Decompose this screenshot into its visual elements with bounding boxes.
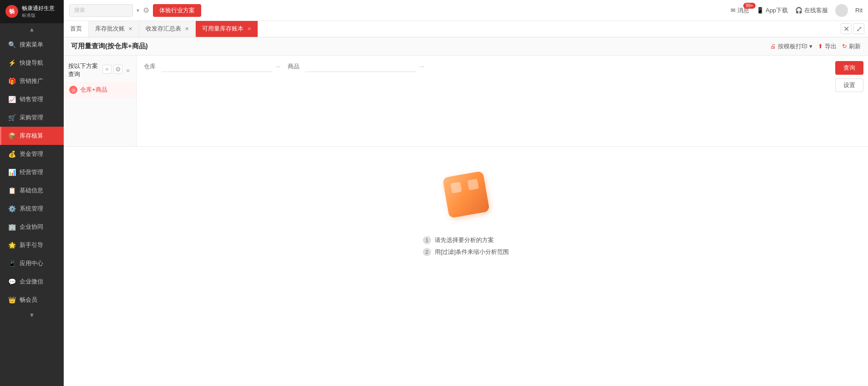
sidebar-item-wechat[interactable]: 💬 企业微信 (0, 273, 64, 291)
scheme-panel-label: 按以下方案查询 (68, 62, 102, 78)
newbie-icon: 🌟 (8, 241, 16, 249)
sidebar-header: 畅 畅康通好生意 标准版 (0, 0, 64, 23)
goods-input[interactable] (305, 61, 416, 72)
service-label: 在线客服 (804, 6, 828, 15)
sidebar-item-label: 销售管理 (20, 95, 43, 103)
sidebar-item-label: 企业微信 (20, 278, 43, 286)
tab-available[interactable]: 可用量库存账本 ✕ (196, 21, 258, 37)
brand-version: 标准版 (22, 12, 55, 19)
sidebar-item-label: 畅会员 (20, 296, 37, 304)
sidebar-item-label: 资金管理 (20, 150, 43, 158)
settings-button[interactable]: 设置 (835, 78, 863, 92)
sidebar-item-finance[interactable]: 💰 资金管理 (0, 145, 64, 163)
sidebar-item-label: 快捷导航 (20, 59, 43, 67)
topbar-chevron-icon[interactable]: ▾ (137, 7, 139, 14)
message-badge: 99+ (743, 3, 756, 9)
sidebar-item-purchase[interactable]: 🛒 采购管理 (0, 108, 64, 127)
add-scheme-button[interactable]: ＋ (102, 65, 112, 74)
message-button[interactable]: ✉ 消息 99+ (731, 6, 749, 15)
system-icon: ⚙️ (8, 205, 16, 213)
collapse-scheme-button[interactable]: « (124, 65, 132, 76)
refresh-icon: ↻ (842, 43, 847, 50)
batch-tab-label: 库存批次账 (95, 25, 125, 33)
sidebar-item-basic[interactable]: 📋 基础信息 (0, 181, 64, 200)
scheme-panel: 按以下方案查询 ＋ ⚙ « ◎ 仓库+商品 (64, 56, 137, 146)
sales-icon: 📈 (8, 95, 16, 103)
operations-icon: 📊 (8, 168, 16, 176)
tab-summary[interactable]: 收发存汇总表 ✕ (139, 21, 196, 37)
export-label: 导出 (825, 42, 837, 51)
sidebar-item-marketing[interactable]: 🎁 营销推广 (0, 72, 64, 90)
restore-tab-button[interactable]: ⤢ (853, 23, 864, 34)
close-tab-button[interactable]: ✕ (841, 23, 852, 34)
empty-illustration (439, 174, 493, 229)
print-chevron-icon[interactable]: ▾ (809, 43, 812, 50)
app-download-button[interactable]: 📱 App下载 (756, 6, 788, 15)
sidebar-item-inventory[interactable]: 📦 库存核算 (0, 127, 64, 145)
tab-batch[interactable]: 库存批次账 ✕ (89, 21, 139, 37)
sidebar-item-apps[interactable]: 📱 应用中心 (0, 254, 64, 273)
shortcut-icon: ⚡ (8, 59, 16, 67)
sidebar-item-operations[interactable]: 📊 经营管理 (0, 163, 64, 181)
hint-num-1: 1 (423, 236, 431, 244)
sidebar-item-shortcut[interactable]: ⚡ 快捷导航 (0, 54, 64, 72)
sidebar-item-sales[interactable]: 📈 销售管理 (0, 90, 64, 108)
print-label: 按模板打印 (778, 42, 807, 51)
hint-text-2: 用[过滤]条件来缩小分析范围 (435, 248, 509, 256)
sidebar-scroll: ▲ 🔍 搜索菜单 ⚡ 快捷导航 🎁 营销推广 📈 销售管理 🛒 采购管理 📦 库… (0, 23, 64, 386)
goods-label: 商品 (288, 62, 301, 71)
topbar: 搜索 ▾ ⚙ 体验行业方案 ✉ 消息 99+ 📱 App下载 🎧 在线客服 Ri… (64, 0, 868, 21)
sidebar-item-member[interactable]: 👑 畅会员 (0, 291, 64, 309)
scheme-item-label: 仓库+商品 (80, 86, 107, 94)
tab-home[interactable]: 首页 (64, 21, 89, 37)
empty-hints: 1 请先选择要分析的方案 2 用[过滤]条件来缩小分析范围 (423, 236, 509, 256)
scheme-item-warehouse-goods[interactable]: ◎ 仓库+商品 (64, 82, 136, 98)
sidebar-item-label: 应用中心 (20, 259, 43, 268)
phone-icon: 📱 (756, 7, 764, 14)
scheme-panel-header: 按以下方案查询 ＋ ⚙ « (64, 60, 136, 82)
export-button[interactable]: ⬆ 导出 (818, 42, 837, 51)
sidebar-item-label: 库存核算 (20, 132, 43, 140)
message-icon: ✉ (731, 7, 736, 14)
sidebar-item-label: 系统管理 (20, 205, 43, 213)
trial-button[interactable]: 体验行业方案 (153, 4, 201, 17)
inventory-icon: 📦 (8, 132, 16, 140)
empty-hint-2: 2 用[过滤]条件来缩小分析范围 (423, 248, 509, 256)
summary-tab-close[interactable]: ✕ (185, 26, 189, 32)
warehouse-input[interactable] (161, 61, 272, 72)
username-label[interactable]: Rit (855, 7, 863, 14)
manage-scheme-button[interactable]: ⚙ (113, 65, 122, 74)
goods-more-icon[interactable]: ··· (420, 63, 424, 70)
page-title: 可用量查询(按仓库+商品) (71, 42, 148, 51)
topbar-right: ✉ 消息 99+ 📱 App下载 🎧 在线客服 Rit (731, 4, 863, 17)
sidebar-item-search[interactable]: 🔍 搜索菜单 (0, 36, 64, 54)
search-icon: 🔍 (8, 41, 16, 49)
sidebar-item-label: 搜索菜单 (20, 41, 43, 49)
topbar-gear-icon[interactable]: ⚙ (143, 6, 149, 15)
hint-num-2: 2 (423, 248, 431, 256)
purchase-icon: 🛒 (8, 113, 16, 122)
print-button[interactable]: 🖨 按模板打印 ▾ (770, 42, 812, 51)
tabs-right-controls: ✕ ⤢ (837, 21, 868, 37)
enterprise-icon: 🏢 (8, 223, 16, 231)
sidebar-item-label: 采购管理 (20, 113, 43, 122)
query-area: 按以下方案查询 ＋ ⚙ « ◎ 仓库+商品 仓库 (64, 56, 868, 147)
marketing-icon: 🎁 (8, 77, 16, 85)
main-area: 搜索 ▾ ⚙ 体验行业方案 ✉ 消息 99+ 📱 App下载 🎧 在线客服 Ri… (64, 0, 868, 386)
sidebar-scroll-down[interactable]: ▼ (0, 309, 64, 321)
query-button[interactable]: 查询 (835, 61, 863, 75)
batch-tab-close[interactable]: ✕ (128, 26, 132, 32)
sidebar-scroll-up[interactable]: ▲ (0, 23, 64, 36)
online-service-button[interactable]: 🎧 在线客服 (795, 6, 828, 15)
sidebar-item-enterprise[interactable]: 🏢 企业协同 (0, 218, 64, 236)
filter-row-1: 仓库 ··· 商品 ··· (144, 61, 823, 72)
warehouse-more-icon[interactable]: ··· (276, 63, 280, 70)
empty-hint-1: 1 请先选择要分析的方案 (423, 236, 494, 244)
sidebar-item-newbie[interactable]: 🌟 新手引导 (0, 236, 64, 254)
available-tab-close[interactable]: ✕ (247, 26, 251, 32)
sidebar-item-label: 营销推广 (20, 77, 43, 85)
filter-panel: 仓库 ··· 商品 ··· (137, 56, 831, 146)
avatar[interactable] (835, 4, 848, 17)
sidebar-item-system[interactable]: ⚙️ 系统管理 (0, 200, 64, 218)
refresh-button[interactable]: ↻ 刷新 (842, 42, 861, 51)
